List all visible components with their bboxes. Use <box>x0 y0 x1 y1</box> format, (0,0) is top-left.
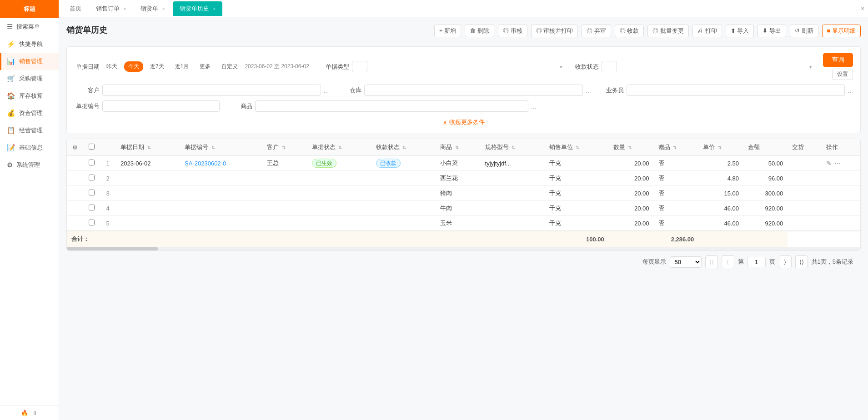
sidebar-item-inventory-calc[interactable]: 🏠 库存核算 <box>0 87 59 105</box>
table-summary-row: 合计： 100.00 2,286.00 <box>67 231 860 247</box>
export-button[interactable]: ⬇ 导出 <box>758 25 786 37</box>
row-check[interactable] <box>83 216 100 231</box>
more-icon[interactable]: ⋯ <box>834 160 841 167</box>
audit-print-button[interactable]: ◎ 审核并打印 <box>531 25 578 37</box>
th-gear[interactable]: ⚙ <box>67 139 83 156</box>
date-btn-today[interactable]: 今天 <box>124 61 143 72</box>
collapse-button[interactable]: ∧ 收起更多条件 <box>74 116 853 126</box>
window-close-icon[interactable]: × <box>861 5 864 12</box>
page-prev-btn[interactable]: ⟨ <box>722 255 734 268</box>
customer-input[interactable] <box>102 85 321 96</box>
doc-no-input[interactable] <box>102 100 220 112</box>
content-area: 销货单历史 + 新增 🗑 删除 ◎ 审核 ◎ 审核并打印 ◎ 弃审 ◎ 收款 ◎… <box>59 17 868 420</box>
date-btn-1month[interactable]: 近1月 <box>171 61 193 72</box>
main-area: 首页 销售订单 × 销货单 × 销货单历史 × × 销货单历史 + 新增 🗑 删… <box>59 0 868 420</box>
sidebar-item-purchase-mgmt[interactable]: 🛒 采购管理 <box>0 70 59 87</box>
page-title: 销货单历史 <box>66 25 107 35</box>
audit-button[interactable]: ◎ 审核 <box>498 25 527 37</box>
import-button[interactable]: ⬆ 导入 <box>726 25 754 37</box>
th-doc-no[interactable]: 单据编号 ⇅ <box>180 139 262 156</box>
sidebar-item-label: 快捷导航 <box>19 40 43 48</box>
row-checkbox[interactable] <box>89 175 95 180</box>
tab-sales-goods[interactable]: 销货单 × <box>134 1 171 16</box>
th-qty[interactable]: 数量 ⇅ <box>609 139 654 156</box>
filter-goods: 商品 ... <box>227 100 537 112</box>
sidebar-item-fund-mgmt[interactable]: 💰 资金管理 <box>0 105 59 122</box>
row-check[interactable] <box>83 171 100 186</box>
business-ellipsis[interactable]: ... <box>848 87 853 94</box>
row-checkbox[interactable] <box>89 205 95 210</box>
tab-sales-history-close[interactable]: × <box>213 6 216 11</box>
tab-sales-order[interactable]: 销售订单 × <box>89 1 133 16</box>
setting-button[interactable]: 设置 <box>832 69 853 80</box>
row-checkbox[interactable] <box>89 160 95 165</box>
row-check[interactable] <box>83 201 100 216</box>
per-page-select[interactable]: 20 50 100 <box>670 256 702 268</box>
refresh-button[interactable]: ↺ 刷新 <box>790 25 818 37</box>
date-btn-custom[interactable]: 自定义 <box>217 61 242 72</box>
add-button[interactable]: + 新增 <box>434 25 461 37</box>
row-check[interactable] <box>83 186 100 201</box>
row-gift: 否 <box>654 201 699 216</box>
date-btn-yesterday[interactable]: 昨天 <box>102 61 121 72</box>
warehouse-ellipsis[interactable]: ... <box>586 87 591 94</box>
date-btn-7days[interactable]: 近7天 <box>146 61 168 72</box>
sidebar-pause-icon[interactable]: ⏸ <box>32 410 38 416</box>
date-btn-more[interactable]: 更多 <box>196 61 215 72</box>
warehouse-input[interactable] <box>364 85 583 96</box>
business-input[interactable] <box>627 85 845 96</box>
title-toolbar-row: 销货单历史 + 新增 🗑 删除 ◎ 审核 ◎ 审核并打印 ◎ 弃审 ◎ 收款 ◎… <box>66 25 861 42</box>
sidebar-item-quick-nav[interactable]: ⚡ 快捷导航 <box>0 35 59 53</box>
th-spec[interactable]: 规格型号 ⇅ <box>481 139 545 156</box>
goods-ellipsis[interactable]: ... <box>531 103 537 110</box>
delete-button[interactable]: 🗑 删除 <box>465 25 494 37</box>
filter-customer: 客户 ... <box>74 85 329 96</box>
tab-sales-history[interactable]: 销货单历史 × <box>173 1 222 16</box>
row-gear <box>67 216 83 231</box>
th-doc-status[interactable]: 单据状态 ⇅ <box>307 139 371 156</box>
batch-change-button[interactable]: ◎ 批量变更 <box>647 25 689 37</box>
horizontal-scrollbar[interactable] <box>67 247 860 250</box>
th-goods[interactable]: 商品 ⇅ <box>436 139 481 156</box>
select-all-checkbox[interactable] <box>89 144 95 150</box>
edit-icon[interactable]: ✎ <box>826 160 832 167</box>
query-button[interactable]: 查询 <box>823 53 853 67</box>
row-ops <box>822 171 860 186</box>
row-check[interactable] <box>83 156 100 171</box>
sidebar-item-label: 资金管理 <box>19 109 43 117</box>
page-number-input[interactable] <box>748 257 766 267</box>
th-amount: 金额 <box>743 139 788 156</box>
page-last-btn[interactable]: ⟩⟩ <box>795 255 808 268</box>
doc-no-link[interactable]: SA-20230602-0 <box>185 160 226 167</box>
doc-type-select[interactable] <box>352 61 367 72</box>
collect-status-select[interactable] <box>602 61 617 72</box>
page-first-btn[interactable]: ⟨⟨ <box>705 255 718 268</box>
page-next-btn[interactable]: ⟩ <box>779 255 792 268</box>
th-gift[interactable]: 赠品 ⇅ <box>654 139 699 156</box>
th-customer[interactable]: 客户 ⇅ <box>262 139 307 156</box>
th-price[interactable]: 单价 ⇅ <box>698 139 743 156</box>
th-doc-date[interactable]: 单据日期 ⇅ <box>116 139 180 156</box>
show-detail-button[interactable]: ■ 显示明细 <box>822 25 861 37</box>
abandon-button[interactable]: ◎ 弃审 <box>582 25 611 37</box>
sidebar-item-basic-info[interactable]: 📝 基础信息 <box>0 139 59 156</box>
customer-ellipsis[interactable]: ... <box>324 87 329 94</box>
tab-home[interactable]: 首页 <box>63 1 88 16</box>
tab-sales-goods-close[interactable]: × <box>162 6 165 11</box>
sidebar-item-sales-mgmt[interactable]: 📊 销售管理 <box>0 53 59 70</box>
row-checkbox[interactable] <box>89 220 95 225</box>
print-button[interactable]: 🖨 打印 <box>692 25 722 37</box>
tab-sales-order-close[interactable]: × <box>123 6 126 11</box>
sidebar-item-label: 采购管理 <box>19 75 43 83</box>
th-unit[interactable]: 销售单位 ⇅ <box>545 139 609 156</box>
collect-button[interactable]: ◎ 收款 <box>615 25 644 37</box>
goods-input[interactable] <box>255 100 528 112</box>
th-collect-status[interactable]: 收款状态 ⇅ <box>371 139 436 156</box>
th-ops: 操作 <box>822 139 860 156</box>
scrollbar-thumb[interactable] <box>67 247 158 250</box>
sidebar-item-system-mgmt[interactable]: ⚙ 系统管理 <box>0 156 59 174</box>
sidebar-fire-icon[interactable]: 🔥 <box>21 410 28 416</box>
sidebar-item-search-menu[interactable]: ☰ 搜索菜单 <box>0 18 59 35</box>
sidebar-item-ops-mgmt[interactable]: 📋 经营管理 <box>0 122 59 139</box>
row-checkbox[interactable] <box>89 190 95 195</box>
